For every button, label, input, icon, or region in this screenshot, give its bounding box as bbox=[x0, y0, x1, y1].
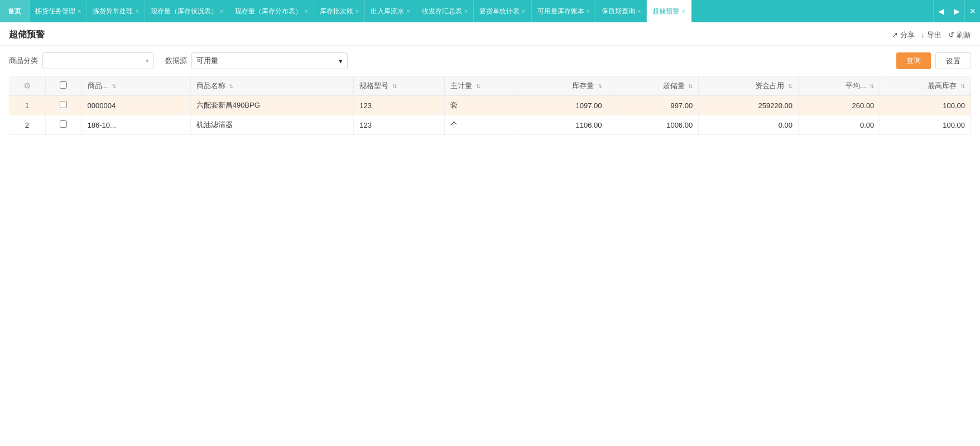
th-spec[interactable]: 规格型号 ⇅ bbox=[354, 76, 445, 96]
sort-unit-icon: ⇅ bbox=[476, 83, 481, 89]
nav-tab-tab-4[interactable]: 现存量（库存分布表） × bbox=[229, 0, 314, 22]
select-all-checkbox[interactable] bbox=[60, 81, 67, 89]
filter-buttons: 查询 设置 bbox=[896, 52, 971, 69]
datasource-filter: 数据源 可用量 ▾ bbox=[165, 52, 348, 69]
category-chevron-icon: ▾ bbox=[146, 57, 149, 65]
sort-code-icon: ⇅ bbox=[112, 83, 116, 89]
close-tab-tab-7[interactable]: × bbox=[464, 8, 468, 14]
nav-tab-tab-10[interactable]: 保质期查询 × bbox=[596, 0, 647, 22]
row-unit: 个 bbox=[444, 115, 517, 135]
th-maxstock[interactable]: 最高库存 ⇅ bbox=[880, 76, 971, 96]
nav-tab-tab-8[interactable]: 要货单统计表 × bbox=[474, 0, 531, 22]
sort-maxstock-icon: ⇅ bbox=[960, 83, 965, 89]
nav-tab-tab-6[interactable]: 出入库流水 × bbox=[365, 0, 416, 22]
datasource-label: 数据源 bbox=[165, 56, 187, 66]
close-tab-tab-11[interactable]: × bbox=[681, 8, 685, 14]
sort-avg-icon: ⇅ bbox=[869, 83, 874, 89]
close-tab-tab-10[interactable]: × bbox=[637, 8, 641, 14]
category-label: 商品分类 bbox=[9, 56, 38, 66]
th-gear[interactable]: ⚙ bbox=[9, 76, 45, 96]
category-filter: 商品分类 ▾ bbox=[9, 52, 154, 69]
refresh-button[interactable]: ↺ 刷新 bbox=[948, 30, 971, 40]
row-avg: 0.00 bbox=[799, 115, 880, 135]
query-button[interactable]: 查询 bbox=[896, 52, 931, 69]
row-code: 0000004 bbox=[81, 96, 190, 115]
row-spec: 123 bbox=[354, 96, 445, 115]
row-avg: 260.00 bbox=[799, 96, 880, 115]
header-actions: ↗ 分享 ↓ 导出 ↺ 刷新 bbox=[892, 30, 972, 40]
datasource-chevron-icon: ▾ bbox=[339, 57, 343, 65]
th-overflow[interactable]: 超储量 ⇅ bbox=[608, 76, 699, 96]
settings-button[interactable]: 设置 bbox=[935, 52, 971, 69]
nav-arrow-right[interactable]: ▶ bbox=[949, 0, 964, 22]
table-header-row: ⚙ 商品... ⇅ 商品名称 ⇅ 规格型号 ⇅ bbox=[9, 76, 971, 96]
datasource-value: 可用量 bbox=[196, 56, 218, 66]
th-avg[interactable]: 平均... ⇅ bbox=[799, 76, 880, 96]
gear-icon[interactable]: ⚙ bbox=[23, 81, 31, 90]
row-maxstock: 100.00 bbox=[880, 96, 971, 115]
close-tab-tab-3[interactable]: × bbox=[220, 8, 223, 14]
nav-arrow-left[interactable]: ◀ bbox=[933, 0, 949, 22]
nav-tab-tab-2[interactable]: 拣货异常处理 × bbox=[87, 0, 145, 22]
row-capital: 259220.00 bbox=[699, 96, 799, 115]
close-tab-tab-1[interactable]: × bbox=[78, 8, 81, 14]
close-tab-tab-5[interactable]: × bbox=[356, 8, 359, 14]
close-tab-tab-2[interactable]: × bbox=[135, 8, 138, 14]
export-button[interactable]: ↓ 导出 bbox=[921, 30, 942, 40]
row-capital: 0.00 bbox=[699, 115, 799, 135]
row-code: 186-10... bbox=[81, 115, 190, 135]
row-unit: 套 bbox=[444, 96, 517, 115]
close-tab-tab-4[interactable]: × bbox=[304, 8, 308, 14]
table-wrapper: ⚙ 商品... ⇅ 商品名称 ⇅ 规格型号 ⇅ bbox=[0, 76, 980, 135]
row-index: 1 bbox=[9, 96, 45, 115]
row-overflow: 997.00 bbox=[608, 96, 699, 115]
sort-capital-icon: ⇅ bbox=[788, 83, 792, 89]
row-name: 机油滤清器 bbox=[190, 115, 354, 135]
nav-tab-tab-3[interactable]: 现存量（库存状况表） × bbox=[145, 0, 229, 22]
nav-tab-tab-5[interactable]: 库存批次账 × bbox=[314, 0, 365, 22]
th-name[interactable]: 商品名称 ⇅ bbox=[190, 76, 354, 96]
share-icon: ↗ bbox=[892, 31, 898, 39]
sort-overflow-icon: ⇅ bbox=[688, 83, 693, 89]
table-row: 1 0000004 六配套新昌490BPG 123 套 1097.00 997.… bbox=[9, 96, 971, 115]
page-title: 超储预警 bbox=[9, 29, 45, 41]
row-checkbox[interactable] bbox=[60, 120, 67, 128]
nav-arrow-close[interactable]: ✕ bbox=[964, 0, 980, 22]
row-stock: 1106.00 bbox=[517, 115, 608, 135]
close-tab-tab-9[interactable]: × bbox=[587, 8, 590, 14]
th-code[interactable]: 商品... ⇅ bbox=[81, 76, 190, 96]
row-overflow: 1006.00 bbox=[608, 115, 699, 135]
nav-tab-tab-9[interactable]: 可用量库存账本 × bbox=[532, 0, 596, 22]
th-checkbox[interactable] bbox=[45, 76, 81, 96]
sort-name-icon: ⇅ bbox=[229, 83, 233, 89]
close-tab-tab-8[interactable]: × bbox=[522, 8, 525, 14]
row-stock: 1097.00 bbox=[517, 96, 608, 115]
share-button[interactable]: ↗ 分享 bbox=[892, 30, 915, 40]
export-icon: ↓ bbox=[921, 31, 925, 39]
table-row: 2 186-10... 机油滤清器 123 个 1106.00 1006.00 … bbox=[9, 115, 971, 135]
nav-tab-tab-7[interactable]: 收发存汇总表 × bbox=[416, 0, 474, 22]
nav-tab-tab-11[interactable]: 超储预警 × bbox=[647, 0, 691, 22]
th-capital[interactable]: 资金占用 ⇅ bbox=[699, 76, 799, 96]
row-checkbox-cell[interactable] bbox=[45, 115, 81, 135]
row-name: 六配套新昌490BPG bbox=[190, 96, 354, 115]
top-nav: 首页 拣货任务管理 ×拣货异常处理 ×现存量（库存状况表） ×现存量（库存分布表… bbox=[0, 0, 980, 22]
row-spec: 123 bbox=[354, 115, 445, 135]
sort-spec-icon: ⇅ bbox=[392, 83, 397, 89]
filter-area: 商品分类 ▾ 数据源 可用量 ▾ 查询 设置 bbox=[0, 46, 980, 76]
row-maxstock: 100.00 bbox=[880, 115, 971, 135]
datasource-select[interactable]: 可用量 ▾ bbox=[191, 52, 348, 69]
th-stock[interactable]: 库存量 ⇅ bbox=[517, 76, 608, 96]
nav-home[interactable]: 首页 bbox=[0, 0, 30, 22]
data-table: ⚙ 商品... ⇅ 商品名称 ⇅ 规格型号 ⇅ bbox=[9, 76, 971, 135]
refresh-icon: ↺ bbox=[948, 31, 954, 39]
page-content: 超储预警 ↗ 分享 ↓ 导出 ↺ 刷新 商品分类 ▾ 数据源 bbox=[0, 22, 980, 446]
row-checkbox[interactable] bbox=[60, 101, 67, 108]
nav-tab-tab-1[interactable]: 拣货任务管理 × bbox=[30, 0, 87, 22]
sort-stock-icon: ⇅ bbox=[598, 83, 602, 89]
row-checkbox-cell[interactable] bbox=[45, 96, 81, 115]
category-select[interactable]: ▾ bbox=[42, 52, 154, 69]
close-tab-tab-6[interactable]: × bbox=[406, 8, 410, 14]
nav-arrows: ◀ ▶ ✕ bbox=[933, 0, 980, 22]
th-unit[interactable]: 主计量 ⇅ bbox=[444, 76, 517, 96]
